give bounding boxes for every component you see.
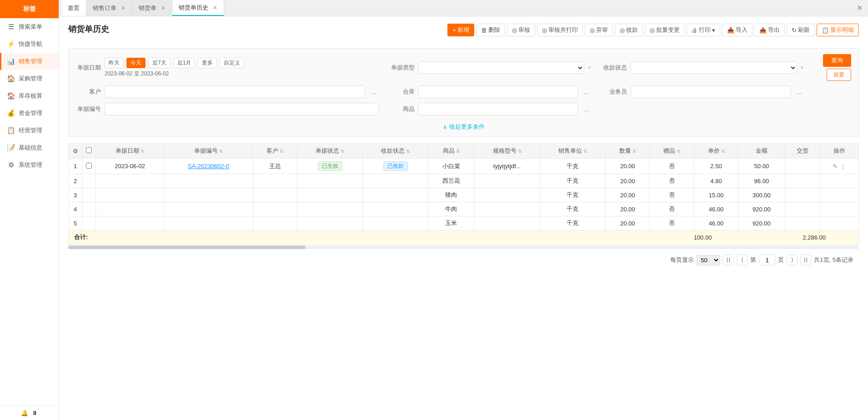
td-actions[interactable] <box>820 202 859 216</box>
sidebar-item-system[interactable]: ⚙ 系统管理 <box>0 156 59 174</box>
audit-print-button[interactable]: ◎ 审核并打印 <box>537 24 583 36</box>
select-all-checkbox[interactable] <box>86 147 92 153</box>
sidebar-item-purchase-mgmt[interactable]: 🏠 采购管理 <box>0 70 59 87</box>
td-doc-no[interactable] <box>164 174 253 188</box>
last7-btn[interactable]: 近7天 <box>148 58 171 68</box>
td-checkbox[interactable] <box>82 216 96 230</box>
collect-status-select[interactable] <box>631 61 797 74</box>
customer-input[interactable] <box>105 85 365 98</box>
settings-button[interactable]: 设置 <box>827 69 851 81</box>
td-qty: 20.00 <box>606 216 650 230</box>
salesperson-input[interactable] <box>631 85 790 98</box>
action-icons: ✎⋮ <box>824 163 855 170</box>
horizontal-scrollbar[interactable] <box>68 245 859 249</box>
td-actions[interactable]: ✎⋮ <box>820 159 859 174</box>
next-page-btn[interactable]: ⟩ <box>787 255 798 265</box>
sidebar-item-basic-info[interactable]: 📝 基础信息 <box>0 139 59 156</box>
tab-sales-history[interactable]: 销货单历史 ✕ <box>172 0 224 16</box>
th-spec[interactable]: 规格型号⇅ <box>474 144 540 159</box>
td-actions[interactable] <box>820 188 859 202</box>
collapse-button[interactable]: ∧ 收起更多条件 <box>443 123 485 131</box>
collect-button[interactable]: ◎ 收款 <box>615 24 643 36</box>
th-customer[interactable]: 客户⇅ <box>253 144 297 159</box>
import-button[interactable]: 📥 导入 <box>722 24 753 36</box>
last-page-btn[interactable]: ⟩⟩ <box>800 255 811 265</box>
tab-sales-goods[interactable]: 销货单 ✕ <box>132 0 172 16</box>
date-quick-buttons: 昨天 今天 近7天 近1月 更多 自定义 <box>105 58 379 68</box>
tab-home[interactable]: 首页 <box>61 0 86 16</box>
sidebar-item-finance[interactable]: 💰 资金管理 <box>0 105 59 122</box>
notification-icon[interactable]: 🔔 <box>21 410 28 416</box>
new-button[interactable]: + 新增 <box>447 24 474 36</box>
edit-icon[interactable]: ✎ <box>833 163 838 170</box>
sidebar-item-inventory[interactable]: 🏠 库存核算 <box>0 87 59 105</box>
abandon-button[interactable]: ◎ 弃审 <box>585 24 613 36</box>
prev-page-btn[interactable]: ⟨ <box>737 255 748 265</box>
th-sales-unit[interactable]: 销售单位⇅ <box>540 144 605 159</box>
show-detail-button[interactable]: 📋 显示明细 <box>817 24 859 36</box>
per-page-select[interactable]: 50 20 100 <box>697 255 720 265</box>
today-btn[interactable]: 今天 <box>126 58 146 68</box>
th-doc-no[interactable]: 单据编号⇅ <box>164 144 253 159</box>
td-unit-price: 2.50 <box>694 159 738 174</box>
tab-sales-history-close[interactable]: ✕ <box>213 5 217 11</box>
td-doc-no[interactable]: SA-20230602-0 <box>164 159 253 174</box>
tab-sales-order-close[interactable]: ✕ <box>121 5 125 11</box>
td-checkbox[interactable] <box>82 202 96 216</box>
goods-dots-btn[interactable]: ... <box>582 105 591 113</box>
th-checkbox[interactable] <box>82 144 96 159</box>
doc-no-input[interactable] <box>105 103 379 115</box>
custom-btn[interactable]: 自定义 <box>220 58 244 68</box>
td-delivery <box>785 159 820 174</box>
td-gift: 否 <box>650 159 694 174</box>
refresh-button[interactable]: ↻ 刷新 <box>787 24 815 36</box>
td-checkbox[interactable] <box>82 174 96 188</box>
sidebar-item-sales-mgmt[interactable]: 📊 销售管理 <box>0 53 59 70</box>
audit-button[interactable]: ◎ 审核 <box>507 24 535 36</box>
td-actions[interactable] <box>820 216 859 230</box>
th-qty[interactable]: 数量⇅ <box>606 144 650 159</box>
sidebar-item-operations[interactable]: 📋 经营管理 <box>0 122 59 139</box>
customer-dots-btn[interactable]: ... <box>369 88 378 96</box>
batch-change-button[interactable]: ◎ 批量变更 <box>645 24 685 36</box>
salesperson-dots-btn[interactable]: ... <box>794 88 804 96</box>
td-doc-no[interactable] <box>164 202 253 216</box>
th-gift[interactable]: 赠品⇅ <box>650 144 694 159</box>
th-unit-price[interactable]: 单价⇅ <box>694 144 738 159</box>
warehouse-dots-btn[interactable]: ... <box>582 88 591 96</box>
th-goods[interactable]: 商品⇅ <box>428 144 474 159</box>
row-checkbox[interactable] <box>86 163 92 169</box>
th-settings[interactable]: ⚙ <box>69 144 82 159</box>
scrollbar-thumb[interactable] <box>68 245 306 249</box>
more-icon[interactable]: ⋮ <box>840 163 846 170</box>
warehouse-input[interactable] <box>418 85 578 98</box>
tab-sales-goods-close[interactable]: ✕ <box>161 5 166 11</box>
last-month-btn[interactable]: 近1月 <box>173 58 196 68</box>
print-button[interactable]: 🖨 打印 ▾ <box>687 24 720 36</box>
pause-icon[interactable]: ⏸ <box>32 410 38 416</box>
th-doc-date[interactable]: 单据日期⇅ <box>96 144 165 159</box>
tab-sales-order[interactable]: 销售订单 ✕ <box>86 0 132 16</box>
sidebar-item-search-menu[interactable]: ☰ 搜索菜单 <box>0 18 59 35</box>
th-collect-status[interactable]: 收款状态⇅ <box>363 144 428 159</box>
td-actions[interactable] <box>820 174 859 188</box>
doc-type-select[interactable] <box>418 61 585 74</box>
query-button[interactable]: 查询 <box>823 54 851 67</box>
th-doc-status[interactable]: 单据状态⇅ <box>297 144 362 159</box>
window-close-btn[interactable]: ✕ <box>857 4 863 12</box>
sidebar-item-quick-nav[interactable]: ⚡ 快捷导航 <box>0 35 59 53</box>
doc-no-link[interactable]: SA-20230602-0 <box>188 163 229 170</box>
td-checkbox[interactable] <box>82 188 96 202</box>
yesterday-btn[interactable]: 昨天 <box>105 58 124 68</box>
more-btn[interactable]: 更多 <box>198 58 217 68</box>
td-checkbox[interactable] <box>82 159 96 174</box>
page-number-input[interactable] <box>759 255 775 265</box>
td-doc-no[interactable] <box>164 188 253 202</box>
sidebar-footer: 🔔 ⏸ <box>0 405 59 420</box>
td-doc-no[interactable] <box>164 216 253 230</box>
delete-button[interactable]: 🗑 删除 <box>476 24 505 36</box>
first-page-btn[interactable]: ⟨⟨ <box>723 255 734 265</box>
export-button[interactable]: 📤 导出 <box>754 24 785 36</box>
goods-input[interactable] <box>418 103 578 115</box>
th-delivery: 交货 <box>785 144 820 159</box>
